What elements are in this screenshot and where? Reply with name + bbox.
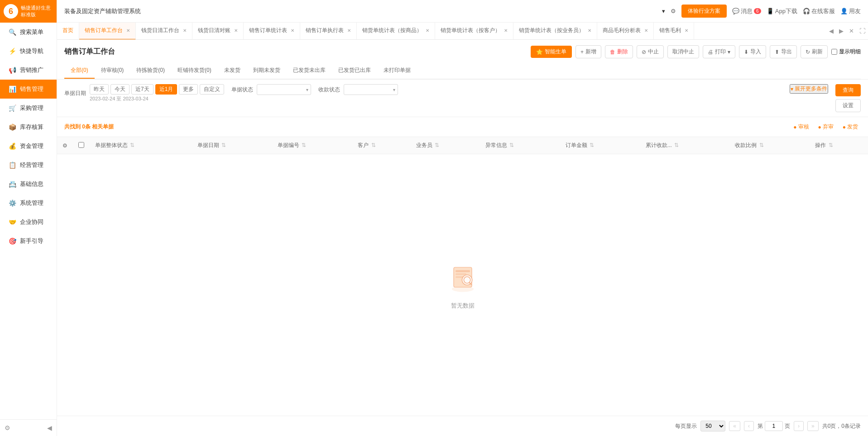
- tab-list: 首页销售订单工作台✕钱货日清工作台✕钱货日清对账✕销售订单统计表✕销售订单执行表…: [57, 23, 826, 40]
- refresh-btn[interactable]: ↻ 刷新: [801, 45, 828, 58]
- show-detail-label[interactable]: 显示明细: [831, 48, 861, 56]
- settings-topbar-icon[interactable]: ⚙: [671, 8, 676, 14]
- next-page-btn[interactable]: ›: [794, 421, 804, 431]
- tab-close-sales-stats[interactable]: ✕: [291, 28, 294, 33]
- sidebar-item-finance[interactable]: 💰资金管理: [0, 137, 57, 156]
- tab-fullscreen[interactable]: ⛶: [857, 23, 868, 40]
- table-action-audit[interactable]: ● 审核: [791, 122, 811, 132]
- tab-home[interactable]: 首页: [57, 23, 79, 40]
- system-dropdown[interactable]: ▾: [662, 8, 665, 14]
- sidebar-item-system[interactable]: ⚙️系统管理: [0, 194, 57, 213]
- print-btn[interactable]: 🖨 打印 ▾: [703, 45, 735, 58]
- tab-sales-stats[interactable]: 销售订单统计表✕: [244, 23, 300, 40]
- tab-close-sales-gross[interactable]: ✕: [685, 28, 688, 33]
- sidebar-item-quick-nav[interactable]: ⚡快捷导航: [0, 42, 57, 61]
- sort-customer-icon[interactable]: ⇅: [371, 142, 376, 148]
- tab-close-sales-summary-customer[interactable]: ✕: [504, 28, 508, 33]
- sidebar-item-inventory[interactable]: 📦库存核算: [0, 118, 57, 137]
- prev-page-btn[interactable]: ‹: [744, 421, 754, 431]
- tab-sales-workbench[interactable]: 销售订单工作台✕: [79, 23, 136, 40]
- sort-staff-icon[interactable]: ⇅: [435, 142, 439, 148]
- query-btn[interactable]: 查询: [835, 84, 861, 96]
- date-btn-custom[interactable]: 自定义: [200, 84, 224, 95]
- filter-tab-shipped-not-out[interactable]: 已发货未出库: [287, 63, 332, 79]
- tab-scroll-left[interactable]: ◀: [826, 23, 836, 40]
- settings-icon[interactable]: ⚙: [5, 424, 10, 431]
- tab-close-all[interactable]: ✕: [846, 23, 857, 40]
- tab-close-cash-daily[interactable]: ✕: [183, 28, 187, 33]
- tab-scroll-right[interactable]: ▶: [836, 23, 846, 40]
- cancel-suspend-btn[interactable]: 取消中止: [667, 45, 699, 58]
- online-service-btn[interactable]: 🎧 在线客服: [803, 7, 835, 15]
- table-settings-icon[interactable]: ⚙: [62, 142, 67, 149]
- tab-product-margin[interactable]: 商品毛利分析表✕: [597, 23, 654, 40]
- sidebar-item-marketing[interactable]: 📢营销推广: [0, 61, 57, 80]
- show-detail-checkbox[interactable]: [831, 49, 837, 55]
- sidebar-item-sales[interactable]: 📊销售管理: [0, 80, 57, 99]
- sort-amount-icon[interactable]: ⇅: [590, 142, 594, 148]
- filter-tab-unprinted[interactable]: 未打印单据: [377, 63, 417, 79]
- sort-date-icon[interactable]: ⇅: [221, 142, 226, 148]
- tab-sales-summary-product[interactable]: 销货单统计表（按商品）✕: [357, 23, 435, 40]
- tab-sales-summary-staff[interactable]: 销货单统计表（按业务员）✕: [513, 23, 597, 40]
- filter-setting-btn[interactable]: 设置: [835, 99, 861, 112]
- smart-btn[interactable]: ⭐ 智能生单: [531, 46, 572, 58]
- sort-status-icon[interactable]: ⇅: [130, 142, 134, 148]
- experience-btn[interactable]: 体验行业方案: [681, 5, 727, 18]
- filter-tab-shipped-out[interactable]: 已发货已出库: [332, 63, 377, 79]
- sort-number-icon[interactable]: ⇅: [302, 142, 306, 148]
- date-btn-last7[interactable]: 近7天: [131, 84, 153, 95]
- tab-sales-exec[interactable]: 销售订单执行表✕: [300, 23, 357, 40]
- table-action-ship[interactable]: ● 发货: [840, 122, 861, 132]
- tab-cash-reconcile[interactable]: 钱货日清对账✕: [192, 23, 244, 40]
- collapse-icon[interactable]: ◀: [47, 424, 52, 431]
- content-area: 销售订单工作台 ⭐ 智能生单 + 新增 🗑 删除 ⊘: [57, 40, 868, 436]
- sort-ratio-icon[interactable]: ⇅: [759, 142, 764, 148]
- filter-tab-unshipped[interactable]: 未发货: [218, 63, 247, 79]
- payment-select[interactable]: [344, 84, 398, 95]
- tab-sales-gross[interactable]: 销售毛利✕: [654, 23, 694, 40]
- message-btn[interactable]: 💬 消息 6: [732, 7, 761, 15]
- sidebar-item-cooperation[interactable]: 🤝企业协同: [0, 213, 57, 232]
- date-btn-more[interactable]: 更多: [179, 84, 198, 95]
- filter-tab-pending-check[interactable]: 待拣验货(0): [130, 63, 171, 79]
- tab-close-product-margin[interactable]: ✕: [644, 28, 648, 33]
- tab-close-sales-workbench[interactable]: ✕: [126, 28, 130, 33]
- date-btn-last1m[interactable]: 近1月: [155, 84, 177, 95]
- filter-tab-wangpu-ship[interactable]: 旺铺待发货(0): [171, 63, 218, 79]
- tab-close-cash-reconcile[interactable]: ✕: [234, 28, 238, 33]
- suspend-btn[interactable]: ⊘ 中止: [637, 45, 664, 58]
- filter-tab-all[interactable]: 全部(0): [64, 63, 95, 79]
- table-action-anti-audit[interactable]: ● 弃审: [815, 122, 836, 132]
- sidebar-item-guide[interactable]: 🎯新手引导: [0, 232, 57, 251]
- filter-tab-pending-audit[interactable]: 待审核(0): [95, 63, 130, 79]
- sort-collected-icon[interactable]: ⇅: [674, 142, 679, 148]
- tab-close-sales-summary-staff[interactable]: ✕: [588, 28, 591, 33]
- tab-close-sales-exec[interactable]: ✕: [347, 28, 351, 33]
- sort-abnormal-icon[interactable]: ⇅: [509, 142, 514, 148]
- export-btn[interactable]: ⬆ 导出: [770, 45, 797, 58]
- date-btn-today[interactable]: 今天: [110, 84, 129, 95]
- page-size-select[interactable]: 102050100: [700, 421, 725, 431]
- sidebar-item-purchase[interactable]: 🛒采购管理: [0, 99, 57, 118]
- sidebar-item-search[interactable]: 🔍搜索菜单: [0, 23, 57, 42]
- expand-btn[interactable]: ▾ 展开更多条件: [790, 84, 828, 94]
- app-download-btn[interactable]: 📱 App下载: [767, 7, 797, 15]
- sort-operation-icon[interactable]: ⇅: [829, 142, 833, 148]
- import-btn[interactable]: ⬇ 导入: [739, 45, 766, 58]
- last-page-btn[interactable]: »: [807, 421, 819, 431]
- select-all-checkbox[interactable]: [78, 142, 84, 148]
- tab-cash-daily[interactable]: 钱货日清工作台✕: [136, 23, 192, 40]
- date-btn-yesterday[interactable]: 昨天: [90, 84, 109, 95]
- tab-sales-summary-customer[interactable]: 销货单统计表（按客户）✕: [435, 23, 513, 40]
- first-page-btn[interactable]: «: [729, 421, 740, 431]
- sidebar-item-business[interactable]: 📋经营管理: [0, 156, 57, 175]
- status-select[interactable]: [257, 84, 311, 95]
- user-btn[interactable]: 👤 用友: [840, 7, 861, 15]
- filter-tab-expired-unshipped[interactable]: 到期未发货: [247, 63, 287, 79]
- page-input[interactable]: [765, 421, 783, 431]
- new-btn[interactable]: + 新增: [575, 45, 601, 58]
- tab-close-sales-summary-product[interactable]: ✕: [426, 28, 429, 33]
- sidebar-item-basic[interactable]: 📇基础信息: [0, 175, 57, 194]
- delete-btn[interactable]: 🗑 删除: [605, 45, 633, 58]
